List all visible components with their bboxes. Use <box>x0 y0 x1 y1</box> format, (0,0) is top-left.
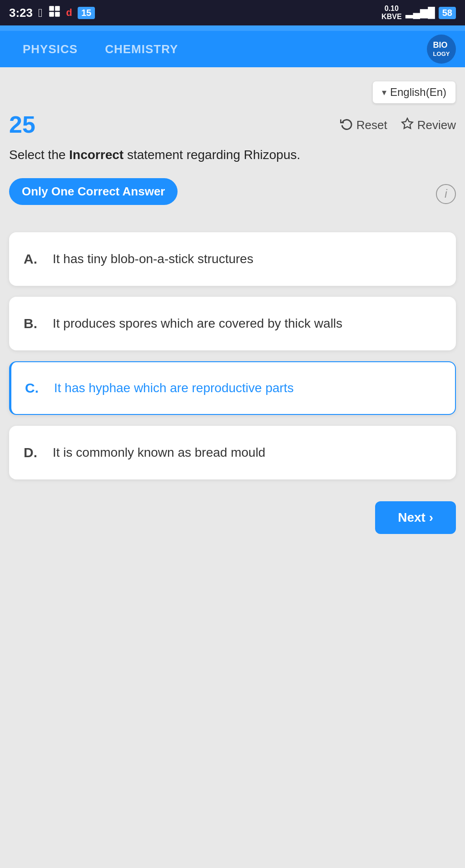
notification-icon: 15 <box>78 7 95 19</box>
home-icon <box>48 5 61 21</box>
option-a[interactable]: A. It has tiny blob-on-a-stick structure… <box>9 232 456 286</box>
data-speed: 0.10KBVE <box>381 5 401 20</box>
reset-icon <box>340 117 353 133</box>
option-c-text: It has hyphae which are reproductive par… <box>54 379 441 398</box>
tab-physics[interactable]: PHYSICS <box>9 38 91 61</box>
reset-button[interactable]: Reset <box>340 117 387 133</box>
option-d[interactable]: D. It is commonly known as bread mould <box>9 426 456 479</box>
bio-tab-label: BIOLOGY <box>433 41 450 57</box>
question-header: 25 Reset Review <box>9 113 456 136</box>
question-number: 25 <box>9 113 35 136</box>
tab-chemistry[interactable]: CHEMISTRY <box>91 38 192 61</box>
option-a-text: It has tiny blob-on-a-stick structures <box>53 249 441 269</box>
progress-bar-fill <box>0 25 465 31</box>
star-icon <box>401 117 414 133</box>
question-emphasis: Incorrect <box>69 148 124 162</box>
status-bar: 3:23  d 15 0.10KBVE ▂▄▆█ 58 <box>0 0 465 25</box>
main-content: ▾ English(En) 25 Reset <box>0 67 465 868</box>
signal-icon: ▂▄▆█ <box>406 7 435 19</box>
next-button[interactable]: Next › <box>375 501 456 534</box>
info-icon-button[interactable]: i <box>436 184 456 204</box>
status-left: 3:23  d 15 <box>9 5 95 21</box>
language-selector: ▾ English(En) <box>9 81 456 104</box>
subject-tabs: PHYSICS CHEMISTRY BIOLOGY <box>0 31 465 67</box>
answer-type-badge: Only One Correct Answer <box>9 178 178 205</box>
reset-label: Reset <box>356 118 387 132</box>
option-c-label: C. <box>25 380 43 396</box>
tab-biology[interactable]: BIOLOGY <box>427 35 456 64</box>
option-a-label: A. <box>24 251 42 267</box>
option-b-label: B. <box>24 316 42 331</box>
svg-rect-1 <box>55 6 60 10</box>
option-b-text: It produces spores which are covered by … <box>53 314 441 333</box>
bottom-area: Next › <box>9 498 456 534</box>
option-d-label: D. <box>24 445 42 460</box>
review-label: Review <box>417 118 456 132</box>
review-button[interactable]: Review <box>401 117 456 133</box>
svg-rect-3 <box>55 12 60 16</box>
facebook-icon:  <box>38 6 43 20</box>
option-c[interactable]: C. It has hyphae which are reproductive … <box>9 361 456 415</box>
options-container: A. It has tiny blob-on-a-stick structure… <box>9 232 456 479</box>
time-display: 3:23 <box>9 6 33 20</box>
language-button[interactable]: ▾ English(En) <box>372 81 456 104</box>
phone-frame: 3:23  d 15 0.10KBVE ▂▄▆█ 58 PHYSICS CHE… <box>0 0 465 868</box>
question-text: Select the Incorrect statement regarding… <box>9 145 456 165</box>
svg-marker-4 <box>402 118 412 128</box>
language-label: English(En) <box>390 86 446 99</box>
chevron-down-icon: ▾ <box>382 87 386 98</box>
question-actions: Reset Review <box>340 113 456 133</box>
option-d-text: It is commonly known as bread mould <box>53 443 441 462</box>
progress-bar-container <box>0 25 465 31</box>
status-right: 0.10KBVE ▂▄▆█ 58 <box>381 5 456 20</box>
tiktok-icon: d <box>66 7 72 19</box>
option-b[interactable]: B. It produces spores which are covered … <box>9 297 456 350</box>
svg-rect-0 <box>49 6 54 10</box>
svg-rect-2 <box>49 12 54 16</box>
info-icon-label: i <box>445 187 447 201</box>
battery-indicator: 58 <box>439 7 456 19</box>
